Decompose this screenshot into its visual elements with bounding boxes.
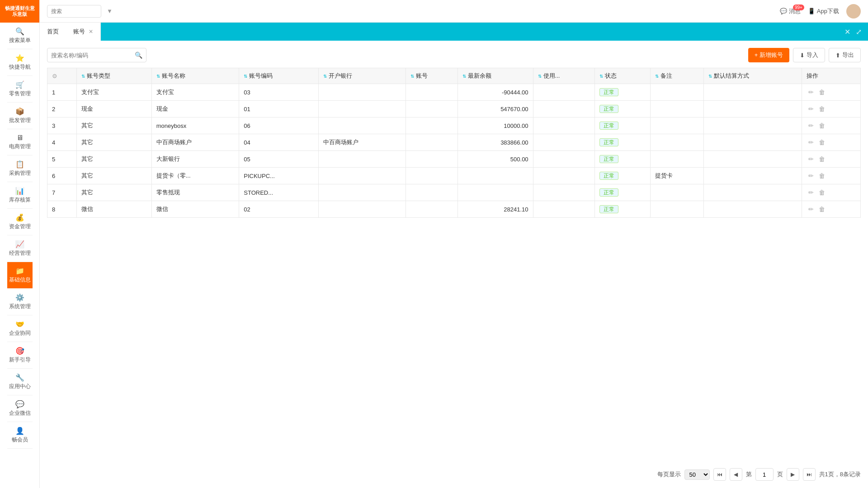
sidebar-item-retail-mgmt[interactable]: 🛒 零售管理 [7,76,33,103]
edit-button[interactable]: ✏ [807,104,816,113]
table-header-row: ⚙ ⇅账号类型 ⇅账号名称 ⇅账号编码 ⇅开户银行 ⇅账号 ⇅最新余额 ⇅使用.… [47,68,861,84]
row-account [406,117,458,134]
sidebar-item-search-menu[interactable]: 🔍 搜索菜单 [7,23,33,49]
sidebar-item-operations-mgmt[interactable]: 📈 经营管理 [7,235,33,262]
edit-button[interactable]: ✏ [807,88,816,97]
row-num: 3 [47,117,77,134]
mobile-icon: 📱 [808,8,815,14]
col-name[interactable]: ⇅账号名称 [151,68,239,84]
col-account[interactable]: ⇅账号 [406,68,458,84]
sidebar-item-company-wechat[interactable]: 💬 企业微信 [7,395,33,422]
last-page-button[interactable]: ⏭ [803,468,816,481]
row-account [406,151,458,168]
page-input[interactable] [755,468,774,481]
sidebar-item-quick-nav[interactable]: ⭐ 快捷导航 [7,49,33,76]
col-balance[interactable]: ⇅最新余额 [458,68,533,84]
row-name: 大新银行 [151,151,239,168]
search-icon[interactable]: 🔍 [135,52,142,59]
delete-button[interactable]: 🗑 [817,104,827,113]
delete-button[interactable]: 🗑 [817,121,827,130]
export-button[interactable]: ⬆ 导出 [829,48,861,62]
row-type: 其它 [76,168,151,184]
row-bank: 中百商场账户 [318,134,406,151]
prev-page-button[interactable]: ◀ [730,468,742,481]
row-settlement [703,201,802,218]
delete-button[interactable]: 🗑 [817,205,827,214]
edit-button[interactable]: ✏ [807,205,816,214]
sidebar-item-inventory-calc[interactable]: 📊 库存核算 [7,182,33,209]
col-settings[interactable]: ⚙ [47,68,77,84]
row-bank [318,184,406,201]
edit-button[interactable]: ✏ [807,155,816,164]
row-bank [318,101,406,117]
import-button[interactable]: ⬇ 导入 [793,48,825,62]
row-name: 提货卡（零... [151,168,239,184]
sidebar-item-purchase-mgmt[interactable]: 📋 采购管理 [7,155,33,182]
edit-button[interactable]: ✏ [807,121,816,130]
sidebar-label-wholesale-mgmt: 批发管理 [9,117,31,124]
search-input[interactable] [51,52,135,59]
sidebar-label-newbie-guide: 新手引导 [9,356,31,364]
sidebar-icon-finance-mgmt: 💰 [15,213,24,222]
sidebar-item-basic-info[interactable]: 📁 基础信息 [7,262,33,289]
sidebar-item-newbie-guide[interactable]: 🎯 新手引导 [7,342,33,369]
sidebar-label-finance-mgmt: 资金管理 [9,223,31,230]
delete-button[interactable]: 🗑 [817,155,827,164]
col-usage[interactable]: ⇅使用... [533,68,595,84]
next-page-button[interactable]: ▶ [787,468,799,481]
col-bank[interactable]: ⇅开户银行 [318,68,406,84]
first-page-button[interactable]: ⏮ [713,468,726,481]
sidebar-label-member: 畅会员 [12,436,28,444]
row-settlement [703,168,802,184]
sidebar-item-app-center[interactable]: 🔧 应用中心 [7,369,33,395]
row-status: 正常 [595,101,651,117]
add-account-button[interactable]: + 新增账号 [748,48,789,62]
row-code: 03 [239,84,318,101]
header-right: 💬 消息 99+ 📱 App下载 [780,4,861,19]
messages-button[interactable]: 💬 消息 99+ [780,7,801,15]
row-actions: ✏ 🗑 [802,184,860,201]
dropdown-arrow[interactable]: ▼ [107,8,113,14]
tab-accounts[interactable]: 账号 ✕ [66,23,101,41]
sidebar-item-wholesale-mgmt[interactable]: 📦 批发管理 [7,103,33,129]
row-settlement [703,134,802,151]
col-remark[interactable]: ⇅备注 [651,68,703,84]
per-page-select[interactable]: 50 20 100 [684,469,710,480]
tab-expand-button[interactable]: ⤢ [853,26,864,38]
sidebar-icon-retail-mgmt: 🛒 [15,80,24,89]
edit-button[interactable]: ✏ [807,188,816,197]
delete-button[interactable]: 🗑 [817,171,827,180]
delete-button[interactable]: 🗑 [817,188,827,197]
tab-bar: 首页 账号 ✕ ✕ ⤢ [40,23,868,41]
sidebar-item-ecommerce-mgmt[interactable]: 🖥 电商管理 [7,129,33,155]
row-actions: ✏ 🗑 [802,117,860,134]
sidebar-item-finance-mgmt[interactable]: 💰 资金管理 [7,209,33,235]
delete-button[interactable]: 🗑 [817,138,827,147]
sidebar-label-inventory-calc: 库存核算 [9,196,31,204]
app-logo: 畅捷通财生意 乐意版 [0,0,39,23]
top-search-input[interactable] [47,5,101,18]
edit-button[interactable]: ✏ [807,138,816,147]
sidebar-item-company-agreement[interactable]: 🤝 企业协同 [7,315,33,342]
user-avatar[interactable] [846,4,861,19]
sidebar-icon-newbie-guide: 🎯 [15,347,24,355]
edit-button[interactable]: ✏ [807,171,816,180]
sidebar-item-system-mgmt[interactable]: ⚙️ 系统管理 [7,289,33,315]
app-download-button[interactable]: 📱 App下载 [808,7,839,15]
col-status[interactable]: ⇅状态 [595,68,651,84]
delete-button[interactable]: 🗑 [817,88,827,97]
col-type[interactable]: ⇅账号类型 [76,68,151,84]
row-remark [651,151,703,168]
row-usage [533,134,595,151]
col-settlement[interactable]: ⇅默认结算方式 [703,68,802,84]
row-code: PICKUPC... [239,168,318,184]
logo-text: 畅捷通财生意 乐意版 [5,5,35,17]
tab-home[interactable]: 首页 [40,23,66,41]
tab-close-button[interactable]: ✕ [842,26,853,38]
tab-close-icon[interactable]: ✕ [89,28,93,35]
sidebar-item-member[interactable]: 👤 畅会员 [7,422,33,449]
row-code: 06 [239,117,318,134]
col-code[interactable]: ⇅账号编码 [239,68,318,84]
sidebar-icon-member: 👤 [15,427,24,435]
sidebar-icon-quick-nav: ⭐ [15,54,24,62]
